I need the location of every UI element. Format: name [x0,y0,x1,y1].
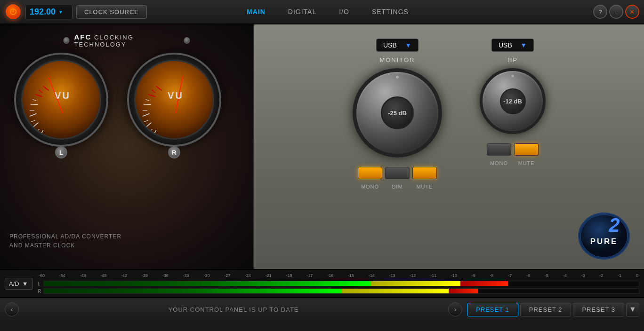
top-bar: 192.00 ▼ CLOCK SOURCE MAIN DIGITAL I/O S… [0,0,644,24]
hp-btn-labels: MONO MUTE [487,160,539,166]
monitor-buttons [358,167,437,179]
hp-label: HP [507,56,518,63]
tab-digital[interactable]: DIGITAL [277,4,328,19]
meter-fill-yellow-R [341,289,449,293]
controls-row: USB ▼ MONITOR -25 dB MO [268,39,630,189]
monitor-mono-button[interactable] [358,167,382,179]
vu-meters: VU L [14,53,221,147]
level-meter-bars: -60-54-48-45-42-39 -36-33-30-27-24-21 -1… [38,273,639,294]
svg-line-15 [152,130,157,136]
minimize-button[interactable]: − [609,5,623,19]
meter-fill-yellow-L [371,281,460,286]
monitor-knob[interactable]: -25 dB [353,68,442,158]
hp-knob[interactable]: -12 dB [480,68,546,134]
help-button[interactable]: ? [593,5,607,19]
tab-main[interactable]: MAIN [235,4,277,19]
svg-text:VU: VU [55,90,71,101]
hp-knob-container: -12 dB [480,68,546,134]
close-button[interactable]: ✕ [625,5,639,19]
monitor-knob-container: -25 dB [353,68,442,158]
freq-dropdown-arrow: ▼ [58,9,63,15]
clock-source-button[interactable]: CLOCK SOURCE [76,5,147,19]
hp-mute-button[interactable] [514,143,539,156]
freq-selector[interactable]: 192.00 ▼ [25,5,72,19]
meter-fill-red-L [460,281,508,286]
next-arrow-button[interactable]: › [448,302,462,316]
hp-mono-label: MONO [487,160,511,166]
svg-line-11 [39,90,43,93]
svg-line-25 [156,85,162,91]
monitor-value: -25 dB [388,110,407,117]
hp-value: -12 dB [503,98,522,105]
preset-3-button[interactable]: PRESET 3 [573,303,624,316]
meter-row-L: L [38,281,639,286]
svg-point-28 [580,215,628,258]
svg-line-8 [31,103,38,106]
level-meter-section: A/D ▼ -60-54-48-45-42-39 -36-33-30-27-24… [0,269,644,297]
meter-fill-green-R [44,289,341,293]
tab-io[interactable]: I/O [328,4,361,19]
svg-line-21 [144,103,151,106]
meter-L-label: L [38,281,42,286]
freq-value: 192.00 [30,7,56,17]
monitor-btn-labels: MONO DIM MUTE [358,184,437,189]
hp-mono-button[interactable] [487,143,511,156]
afc-dot-left [64,37,70,44]
meter-fill-green-L [44,281,371,286]
meter-row-R: R [38,288,639,294]
tab-settings[interactable]: SETTINGS [361,4,420,19]
svg-line-9 [32,99,37,101]
prev-arrow-button[interactable]: ‹ [5,302,19,316]
svg-line-17 [145,123,152,127]
svg-line-12 [43,85,49,91]
vu-left-label: L [55,146,67,158]
monitor-mute-button[interactable] [412,167,437,179]
svg-line-3 [36,129,40,132]
monitor-source-dropdown[interactable]: USB ▼ [376,39,419,52]
status-text: YOUR CONTROL PANEL IS UP TO DATE [24,306,443,313]
meter-scale-L [43,281,639,286]
vu-meter-right: VU R [127,53,221,147]
svg-text:VU: VU [168,90,184,101]
afc-label: AFC CLOCKING TECHNOLOGY [64,33,190,48]
meter-scale-R [43,288,639,294]
vu-right-label: R [168,146,180,158]
svg-line-2 [39,130,44,136]
svg-line-24 [152,90,156,93]
monitor-dim-button[interactable] [385,167,410,179]
hp-knob-center: -12 dB [500,88,526,114]
bottom-line2: AND MASTER CLOCK [9,241,121,250]
svg-line-4 [32,123,39,127]
hp-source-dropdown[interactable]: USB ▼ [491,39,534,52]
monitor-dim-label: DIM [385,184,410,189]
preset-2-button[interactable]: PRESET 2 [520,303,572,316]
svg-line-22 [145,99,150,101]
svg-line-19 [143,114,150,117]
main-content: AFC CLOCKING TECHNOLOGY [0,24,644,269]
ad-mode-selector[interactable]: A/D ▼ [5,278,33,290]
preset-1-button[interactable]: PRESET 1 [467,303,518,316]
pure2-circle: PURE 2 [578,213,630,260]
monitor-mono-label: MONO [358,184,382,189]
svg-line-23 [148,93,155,98]
ad-mode-value: A/D [9,280,19,287]
ad-dropdown-arrow: ▼ [22,280,28,287]
power-button[interactable] [5,3,22,20]
bottom-line1: PROFESSIONAL AD/DA CONVERTER [9,232,121,241]
svg-text:PURE: PURE [590,237,618,246]
window-controls: ? − ✕ [593,5,639,19]
svg-line-5 [31,120,35,122]
monitor-knob-center: -25 dB [381,96,414,129]
right-panel: USB ▼ MONITOR -25 dB MO [254,24,644,269]
vu-meter-left: VU L [14,53,108,147]
svg-line-18 [144,120,148,122]
bottom-text: PROFESSIONAL AD/DA CONVERTER AND MASTER … [9,232,121,250]
hp-buttons [487,143,539,156]
svg-line-10 [35,93,42,98]
hp-dropdown-arrow: ▼ [520,41,527,49]
preset-buttons: PRESET 1 PRESET 2 PRESET 3 ▼ [467,303,639,316]
bottom-bar: ‹ YOUR CONTROL PANEL IS UP TO DATE › PRE… [0,297,644,321]
monitor-group: USB ▼ MONITOR -25 dB MO [353,39,442,189]
preset-dropdown-button[interactable]: ▼ [626,303,639,316]
hp-group: USB ▼ HP -12 dB MONO MUT [480,39,546,189]
